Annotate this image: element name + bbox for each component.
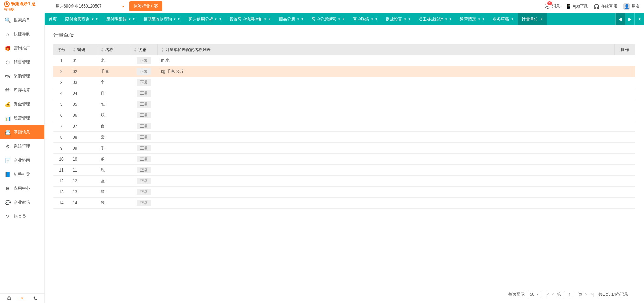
col-seq[interactable]: 序号: [53, 44, 69, 55]
sidebar-item[interactable]: 🏛库存核算: [0, 83, 44, 97]
sidebar-item[interactable]: V畅会员: [0, 210, 44, 224]
tabs-scroll-right[interactable]: ▶: [625, 13, 634, 25]
footer-phone-icon[interactable]: 📞: [33, 296, 37, 300]
col-code[interactable]: ▲▼编码: [69, 44, 97, 55]
close-icon[interactable]: ×: [133, 17, 135, 22]
sidebar-item[interactable]: 📘新手引导: [0, 167, 44, 181]
user-menu[interactable]: 👤 用友: [623, 3, 640, 10]
close-icon[interactable]: ×: [342, 17, 345, 22]
footer-support-icon[interactable]: 🎧: [7, 296, 11, 300]
messages-button[interactable]: 💬 消息 6: [545, 3, 560, 9]
chevron-down-icon: ▾: [215, 17, 217, 21]
tab[interactable]: 计量单位×: [518, 13, 547, 25]
tab[interactable]: 经营情况▾×: [456, 13, 488, 25]
cell-code: 08: [69, 135, 97, 140]
cell-status: 正常: [130, 189, 158, 195]
table-row[interactable]: 1010条正常: [53, 154, 635, 165]
app-download-button[interactable]: 📱 App下载: [566, 3, 588, 9]
status-badge: 正常: [137, 68, 151, 75]
table-row[interactable]: 404件正常: [53, 88, 635, 99]
page-prefix: 第: [557, 292, 561, 298]
close-icon[interactable]: ×: [219, 17, 221, 22]
sidebar-item[interactable]: ⬡销售管理: [0, 55, 44, 69]
table-row[interactable]: 202千克正常kg 千克 公斤: [53, 66, 635, 77]
tab[interactable]: 商品分析▾×: [275, 13, 308, 25]
col-match[interactable]: ▲▼计量单位匹配的名称列表: [158, 44, 615, 55]
sidebar-item[interactable]: 💬企业微信: [0, 195, 44, 210]
sidebar-item[interactable]: 🔍搜索菜单: [0, 13, 44, 27]
online-service-button[interactable]: 🎧 在线客服: [594, 3, 617, 9]
cell-name: 手: [97, 145, 130, 151]
page-input[interactable]: [564, 291, 575, 298]
close-icon[interactable]: ×: [178, 17, 180, 22]
tab[interactable]: 应付明细账▾×: [102, 13, 139, 25]
page-first[interactable]: |<: [546, 292, 549, 297]
table-row[interactable]: 101米正常m 米: [53, 55, 635, 66]
table-row[interactable]: 303个正常: [53, 77, 635, 88]
headset-icon: 🎧: [594, 4, 599, 9]
sidebar-item[interactable]: 💰资金管理: [0, 97, 44, 111]
table-row[interactable]: 1111瓶正常: [53, 165, 635, 176]
sidebar-item[interactable]: 📊经营管理: [0, 111, 44, 125]
close-icon[interactable]: ×: [482, 17, 484, 22]
sidebar-item-label: 采购管理: [14, 73, 30, 79]
table-row[interactable]: 1212盒正常: [53, 176, 635, 187]
sidebar-item[interactable]: 📄企业协同: [0, 153, 44, 167]
tab[interactable]: 应付余额查询▾×: [61, 13, 102, 25]
page-size-select[interactable]: 50: [527, 291, 541, 298]
footer-mail-icon[interactable]: ✉: [21, 296, 23, 300]
tab[interactable]: 业务草稿×: [488, 13, 518, 25]
sidebar-item[interactable]: ⌂快捷导航: [0, 27, 44, 41]
close-icon[interactable]: ×: [540, 17, 543, 22]
table-row[interactable]: 808套正常: [53, 132, 635, 143]
tab[interactable]: 客户联络▾×: [349, 13, 382, 25]
tab[interactable]: 设置客户信用控制▾×: [225, 13, 275, 25]
tab[interactable]: 超期应收款查询▾×: [139, 13, 184, 25]
close-icon[interactable]: ×: [375, 17, 377, 22]
col-name[interactable]: ▲▼名称: [97, 44, 130, 55]
sidebar-item[interactable]: 🛍采购管理: [0, 69, 44, 83]
sidebar-icon: 📄: [5, 158, 10, 163]
table-row[interactable]: 1313箱正常: [53, 187, 635, 198]
table-row[interactable]: 707台正常: [53, 121, 635, 132]
close-icon[interactable]: ×: [268, 17, 271, 22]
chevron-down-icon: ▾: [338, 17, 340, 21]
sidebar-item[interactable]: 🖥应用中心: [0, 181, 44, 195]
status-badge: 正常: [137, 123, 151, 129]
sidebar-item-label: 新手引导: [14, 172, 30, 177]
table-row[interactable]: 1414袋正常: [53, 198, 635, 209]
tab-label: 商品分析: [279, 16, 295, 22]
table-row[interactable]: 505包正常: [53, 99, 635, 110]
tabs-scroll-left[interactable]: ◀: [615, 13, 625, 25]
try-industry-plan-button[interactable]: 体验行业方案: [129, 1, 162, 11]
mobile-icon: 📱: [566, 4, 571, 9]
close-icon[interactable]: ×: [511, 17, 513, 22]
tab[interactable]: 首页: [45, 13, 61, 25]
sidebar-item-label: 经营管理: [14, 115, 30, 121]
close-icon[interactable]: ×: [449, 17, 451, 22]
tenant-selector[interactable]: 用户690企业1660120507 ▾: [55, 3, 124, 9]
table-row[interactable]: 909手正常: [53, 143, 635, 154]
tab[interactable]: 提成设置▾×: [382, 13, 414, 25]
tab[interactable]: 客户信用分析▾×: [184, 13, 225, 25]
status-badge: 正常: [137, 112, 151, 118]
table-row[interactable]: 606双正常: [53, 110, 635, 121]
tab-label: 计量单位: [522, 16, 538, 22]
page-last[interactable]: >|: [590, 292, 594, 297]
tab[interactable]: 员工提成统计▾×: [414, 13, 456, 25]
col-status[interactable]: ▲▼状态: [130, 44, 158, 55]
cell-code: 07: [69, 124, 97, 129]
close-icon[interactable]: ×: [301, 17, 304, 22]
page-prev[interactable]: <: [552, 292, 554, 297]
page-next[interactable]: >: [585, 292, 587, 297]
sidebar-icon: 🏛: [5, 88, 10, 93]
tab[interactable]: 客户分层经营▾×: [308, 13, 349, 25]
sidebar-item-label: 企业微信: [14, 200, 30, 205]
close-icon[interactable]: ×: [96, 17, 98, 22]
close-icon[interactable]: ×: [408, 17, 410, 22]
sidebar-item[interactable]: 🎁营销推广: [0, 41, 44, 55]
status-badge: 正常: [137, 90, 151, 97]
sidebar-item[interactable]: ⚙系统管理: [0, 139, 44, 153]
sidebar-item[interactable]: 📇基础信息: [0, 125, 44, 139]
tabs-close-all[interactable]: ✕: [634, 13, 644, 25]
